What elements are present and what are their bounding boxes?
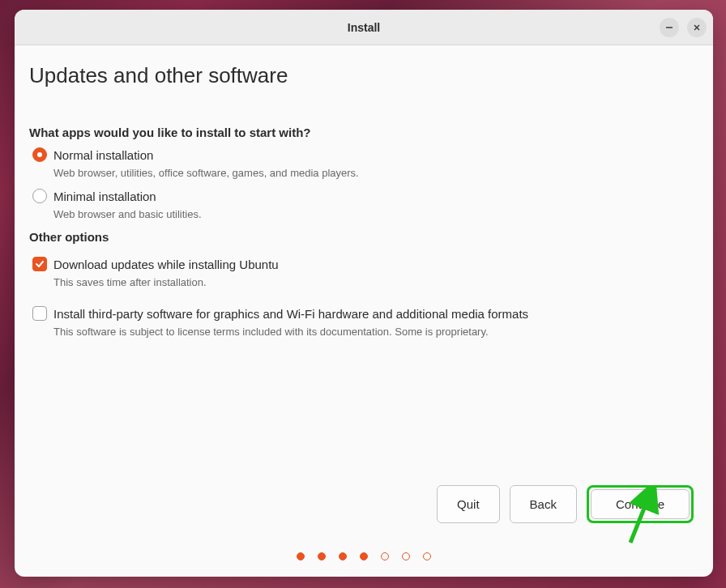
continue-button[interactable]: Continue	[591, 489, 690, 519]
page-title: Updates and other software	[29, 63, 698, 88]
button-row: Quit Back Continue	[29, 485, 698, 530]
progress-dot	[339, 552, 347, 560]
third-party-label: Install third-party software for graphic…	[53, 307, 528, 321]
content-area: Updates and other software What apps wou…	[15, 45, 713, 577]
progress-dot	[423, 552, 431, 560]
progress-dots	[29, 530, 698, 577]
minimal-install-desc: Web browser and basic utilities.	[53, 208, 698, 220]
third-party-desc: This software is subject to license term…	[53, 326, 698, 338]
close-button[interactable]	[687, 18, 707, 37]
apps-question-label: What apps would you like to install to s…	[29, 126, 698, 139]
radio-icon	[32, 189, 47, 203]
progress-dot	[402, 552, 410, 560]
quit-button[interactable]: Quit	[437, 485, 500, 523]
third-party-option[interactable]: Install third-party software for graphic…	[32, 306, 698, 321]
progress-dot	[360, 552, 368, 560]
window-title: Install	[348, 21, 380, 34]
titlebar-buttons	[660, 18, 707, 37]
titlebar: Install	[15, 10, 713, 45]
download-updates-label: Download updates while installing Ubuntu	[53, 258, 279, 271]
other-options-label: Other options	[29, 230, 698, 244]
minimal-install-option[interactable]: Minimal installation	[32, 189, 698, 203]
checkbox-icon	[32, 306, 47, 321]
normal-install-desc: Web browser, utilities, office software,…	[53, 167, 698, 179]
normal-install-option[interactable]: Normal installation	[32, 147, 698, 162]
minimal-install-label: Minimal installation	[53, 190, 156, 203]
progress-dot	[318, 552, 326, 560]
normal-install-label: Normal installation	[53, 148, 153, 162]
continue-highlight: Continue	[587, 485, 694, 523]
download-updates-option[interactable]: Download updates while installing Ubuntu	[32, 257, 698, 271]
minimize-button[interactable]	[660, 18, 679, 37]
radio-icon	[32, 147, 47, 162]
download-updates-desc: This saves time after installation.	[53, 276, 698, 288]
installer-window: Install Updates and other software What …	[15, 10, 713, 577]
progress-dot	[381, 552, 389, 560]
checkbox-icon	[32, 257, 47, 271]
progress-dot	[297, 552, 305, 560]
back-button[interactable]: Back	[510, 485, 577, 523]
